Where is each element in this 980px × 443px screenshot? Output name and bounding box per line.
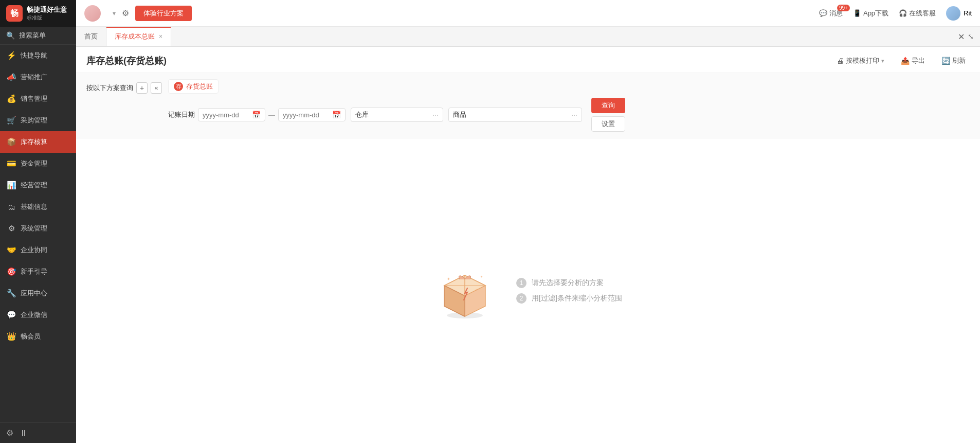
tip-number-1: 1 <box>516 278 527 288</box>
date-from-input-wrap[interactable]: 📅 <box>198 108 265 121</box>
date-to-input[interactable] <box>283 111 329 119</box>
empty-state: ✦ ✦ ✦ 1 请先选择要分析的方案 2 用[过滤]条件来缩小分析范围 <box>76 138 980 443</box>
message-icon: 💬 <box>819 9 827 17</box>
product-filter[interactable]: 商品 ··· <box>448 108 582 122</box>
sidebar: 畅 畅捷通好生意 标准版 🔍 搜索菜单 ⚡ 快捷导航 📣 营销推广 💰 销售管理… <box>0 0 76 443</box>
tab-inventory-ledger-label: 库存成本总账 <box>115 32 155 41</box>
tip-text-2: 用[过滤]条件来缩小分析范围 <box>532 294 622 303</box>
product-more-icon[interactable]: ··· <box>571 111 577 119</box>
tabbar: 首页 库存成本总账 × ✕ ⤡ <box>76 27 980 47</box>
message-badge: 99+ <box>837 5 850 11</box>
sidebar-item-vip[interactable]: 👑 畅会员 <box>0 326 76 347</box>
system-icon: ⚙ <box>6 223 16 234</box>
page-header-actions: 🖨 按模板打印 ▾ 📤 导出 🔄 刷新 <box>832 54 970 67</box>
export-label: 导出 <box>912 56 925 65</box>
sidebar-logo: 畅 畅捷通好生意 标准版 <box>0 0 76 27</box>
filter-scheme-item[interactable]: 存 存货总账 <box>168 79 219 94</box>
panel-expand-icon[interactable]: ⤡ <box>968 32 974 41</box>
calendar-to-icon[interactable]: 📅 <box>332 111 341 119</box>
app-download-icon: 📱 <box>853 9 861 17</box>
sidebar-item-label: 销售管理 <box>21 94 47 103</box>
logo-text: 畅捷通好生意 标准版 <box>27 5 67 22</box>
main-content: ▾ ⚙ 体验行业方案 💬 消息 99+ 📱 App下载 🎧 在线客服 Rit <box>76 0 980 443</box>
tip-number-2: 2 <box>516 293 527 304</box>
sidebar-item-finance[interactable]: 💳 资金管理 <box>0 153 76 174</box>
marketing-icon: 📣 <box>6 72 16 82</box>
refresh-button[interactable]: 🔄 刷新 <box>937 54 970 67</box>
sidebar-item-basic[interactable]: 🗂 基础信息 <box>0 196 76 218</box>
collapse-icon: « <box>155 84 158 92</box>
sidebar-item-label: 采购管理 <box>21 116 47 125</box>
sidebar-footer: ⚙ ⏸ <box>0 422 76 443</box>
page-header: 库存总账(存货总账) 🖨 按模板打印 ▾ 📤 导出 🔄 刷新 <box>76 47 980 73</box>
operation-icon: 📊 <box>6 180 16 190</box>
trial-industry-button[interactable]: 体验行业方案 <box>135 6 192 21</box>
user-display-name: Rit <box>964 9 972 17</box>
filter-add-button[interactable]: + <box>136 82 148 94</box>
settings-button[interactable]: 设置 <box>591 116 625 132</box>
settings-footer-icon[interactable]: ⚙ <box>6 428 13 438</box>
chevron-down-icon[interactable]: ▾ <box>113 10 116 17</box>
refresh-label: 刷新 <box>952 56 966 65</box>
sidebar-item-label: 基础信息 <box>21 202 47 211</box>
panel-close-icon[interactable]: ✕ <box>958 32 965 42</box>
app-download-label: App下载 <box>863 9 888 18</box>
filter-area: 按以下方案查询 + « 存 存货总账 记账日期 <box>76 73 980 138</box>
warehouse-filter[interactable]: 仓库 ··· <box>351 108 443 122</box>
message-button[interactable]: 💬 消息 99+ <box>819 9 843 18</box>
sidebar-item-wecom[interactable]: 💬 企业微信 <box>0 304 76 326</box>
refresh-icon: 🔄 <box>941 57 950 65</box>
sidebar-item-system[interactable]: ⚙ 系统管理 <box>0 218 76 239</box>
sidebar-item-label: 系统管理 <box>21 224 47 233</box>
tab-home-label: 首页 <box>84 32 98 41</box>
sidebar-search-label: 搜索菜单 <box>19 31 46 40</box>
date-filter: 记账日期 📅 — 📅 <box>168 108 346 121</box>
filter-action-buttons: 查询 设置 <box>591 98 625 132</box>
user-avatar-right <box>946 6 960 21</box>
sidebar-search[interactable]: 🔍 搜索菜单 <box>0 27 76 45</box>
headset-icon: 🎧 <box>899 9 907 17</box>
topbar: ▾ ⚙ 体验行业方案 💬 消息 99+ 📱 App下载 🎧 在线客服 Rit <box>76 0 980 27</box>
sidebar-item-shortcut[interactable]: ⚡ 快捷导航 <box>0 45 76 66</box>
vip-icon: 👑 <box>6 331 16 342</box>
tab-inventory-ledger[interactable]: 库存成本总账 × <box>106 27 171 46</box>
sidebar-item-label: 快捷导航 <box>21 51 47 60</box>
date-from-input[interactable] <box>203 111 249 119</box>
sidebar-item-cooperation[interactable]: 🤝 企业协同 <box>0 239 76 261</box>
sidebar-item-label: 库存核算 <box>21 137 47 147</box>
sidebar-item-inventory[interactable]: 📦 库存核算 <box>0 131 76 153</box>
online-service-button[interactable]: 🎧 在线客服 <box>899 9 936 18</box>
audio-footer-icon[interactable]: ⏸ <box>20 429 28 438</box>
tab-close-icon[interactable]: × <box>159 33 162 40</box>
sidebar-item-label: 经营管理 <box>21 181 47 190</box>
sidebar-item-apps[interactable]: 🔧 应用中心 <box>0 282 76 304</box>
query-button[interactable]: 查询 <box>591 98 625 113</box>
empty-tips: 1 请先选择要分析的方案 2 用[过滤]条件来缩小分析范围 <box>516 278 622 304</box>
sidebar-item-sales[interactable]: 💰 销售管理 <box>0 88 76 110</box>
date-label: 记账日期 <box>168 110 195 119</box>
tab-home[interactable]: 首页 <box>76 27 106 46</box>
sidebar-item-label: 营销推广 <box>21 73 47 82</box>
filter-collapse-button[interactable]: « <box>151 82 162 94</box>
sidebar-item-guide[interactable]: 🎯 新手引导 <box>0 261 76 282</box>
print-label: 按模板打印 <box>846 56 879 65</box>
empty-illustration: ✦ ✦ ✦ <box>434 260 496 322</box>
sidebar-item-purchase[interactable]: 🛒 采购管理 <box>0 110 76 131</box>
topbar-user-right[interactable]: Rit <box>946 6 972 21</box>
sidebar-item-operation[interactable]: 📊 经营管理 <box>0 174 76 196</box>
warehouse-more-icon[interactable]: ··· <box>432 111 439 119</box>
sidebar-item-marketing[interactable]: 📣 营销推广 <box>0 66 76 88</box>
app-download-button[interactable]: 📱 App下载 <box>853 9 888 18</box>
gear-icon[interactable]: ⚙ <box>122 8 129 18</box>
basic-icon: 🗂 <box>6 202 16 212</box>
filter-label-text: 按以下方案查询 <box>86 83 133 93</box>
export-button[interactable]: 📤 导出 <box>897 54 929 67</box>
date-to-input-wrap[interactable]: 📅 <box>278 108 346 121</box>
sidebar-item-label: 企业微信 <box>21 310 47 320</box>
sidebar-item-label: 应用中心 <box>21 289 47 298</box>
print-template-button[interactable]: 🖨 按模板打印 ▾ <box>832 54 888 67</box>
svg-text:✦: ✦ <box>475 288 477 291</box>
scheme-name: 存货总账 <box>186 82 213 91</box>
topbar-user-area[interactable]: ▾ <box>84 5 116 22</box>
calendar-from-icon[interactable]: 📅 <box>252 111 261 119</box>
